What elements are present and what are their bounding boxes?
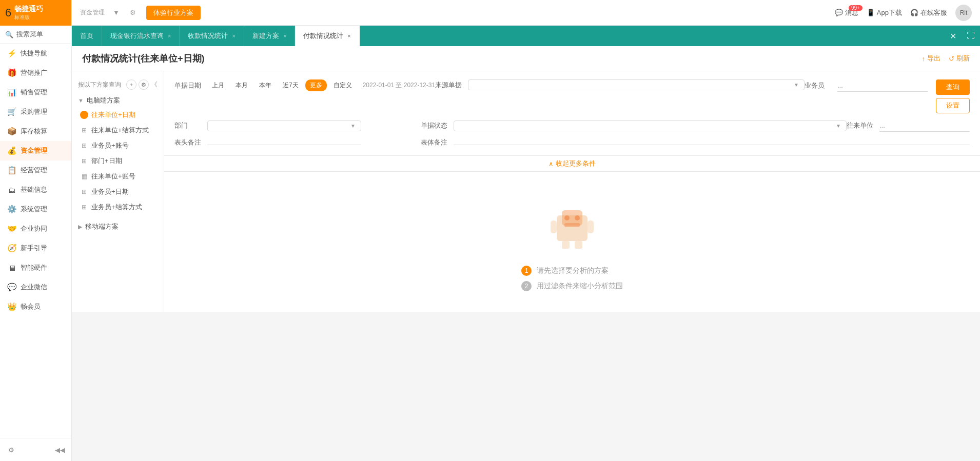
collapse-scheme-panel-btn[interactable]: 《 — [151, 80, 158, 89]
tab-home[interactable]: 首页 — [72, 26, 102, 46]
collapse-filters-btn[interactable]: ∧ 收起更多条件 — [540, 156, 604, 171]
mobile-category-arrow-icon: ▶ — [78, 224, 82, 230]
sidebar-nav: ⚡ 快捷导航 🎁 营销推广 📊 销售管理 🛒 采购管理 📦 库存核算 💰 资金管… — [0, 44, 71, 438]
sidebar-item-basic-info[interactable]: 🗂 基础信息 — [0, 180, 71, 199]
date-btn-more[interactable]: 更多 — [305, 79, 327, 91]
salesperson-settlement-icon: ⊞ — [80, 203, 88, 211]
topbar-gear-icon[interactable]: ⚙ — [130, 9, 136, 16]
salesperson-filter: 业务员 ... — [805, 79, 928, 92]
messages-badge: 99+ — [849, 5, 863, 11]
tab-new-plan[interactable]: 新建方案 × — [244, 26, 295, 46]
tab-close-receipts-stat[interactable]: × — [232, 33, 235, 39]
export-btn[interactable]: ↑ 导出 — [922, 54, 941, 63]
scheme-panel-actions: + ⚙ 《 — [126, 79, 158, 90]
date-btn-7days[interactable]: 近7天 — [278, 79, 303, 91]
counterpart-placeholder: ... — [879, 122, 885, 129]
guide-icon: 🧭 — [7, 244, 16, 253]
scheme-item-salesperson-account[interactable]: ⊞ 业务员+账号 — [74, 138, 162, 153]
refresh-btn[interactable]: ↺ 刷新 — [949, 54, 970, 63]
tab-close-new-plan[interactable]: × — [283, 33, 286, 39]
counterpart-input[interactable]: ... — [879, 119, 970, 132]
scheme-settings-btn[interactable]: ⚙ — [139, 79, 149, 90]
header-note-input[interactable] — [207, 141, 361, 145]
tab-close-bank-flow[interactable]: × — [168, 33, 171, 39]
capital-icon: 💰 — [7, 146, 16, 155]
settings-icon[interactable]: ⚙ — [4, 443, 18, 457]
sidebar-item-marketing[interactable]: 🎁 营销推广 — [0, 63, 71, 83]
sidebar-item-quick-nav[interactable]: ⚡ 快捷导航 — [0, 44, 71, 63]
date-range-display: 2022-01-01 至 2022-12-31 — [363, 81, 435, 90]
tab-close-all-btn[interactable]: ✕ — [945, 26, 962, 46]
tab-payment-stat[interactable]: 付款情况统计 × — [295, 26, 359, 46]
doc-status-filter: 单据状态 ▼ — [421, 121, 847, 131]
counterpart-filter: 往来单位 ... — [847, 119, 970, 132]
service-btn[interactable]: 🎧 在线客服 — [910, 8, 947, 17]
export-icon: ↑ — [922, 55, 926, 63]
scheme-panel-header: 按以下方案查询 + ⚙ 《 — [72, 76, 164, 93]
tab-close-payment-stat[interactable]: × — [347, 33, 350, 39]
right-panel: 单据日期 上月 本月 本年 近7天 更多 自定义 2022-01-01 至 20… — [164, 71, 980, 312]
header-note-label: 表头备注 — [174, 138, 203, 147]
sidebar-item-sales[interactable]: 📊 销售管理 — [0, 83, 71, 102]
scheme-item-salesperson-settlement[interactable]: ⊞ 业务员+结算方式 — [74, 199, 162, 215]
sidebar-item-sys-mgmt[interactable]: ⚙️ 系统管理 — [0, 199, 71, 219]
doc-status-arrow-icon: ▼ — [836, 123, 841, 129]
collapse-icon: ∧ — [548, 160, 554, 168]
svg-rect-8 — [575, 241, 582, 249]
scheme-panel: 按以下方案查询 + ⚙ 《 ▼ 电脑端方案 ● 往来单位+日期 — [72, 71, 164, 312]
svg-rect-5 — [551, 221, 557, 233]
topbar-breadcrumb: 资金管理 — [80, 8, 105, 17]
body-note-input[interactable] — [454, 141, 970, 145]
scheme-item-salesperson-date[interactable]: ⊞ 业务员+日期 — [74, 184, 162, 199]
quick-nav-icon: ⚡ — [7, 49, 16, 58]
body-note-label: 表体备注 — [421, 138, 449, 147]
trial-button[interactable]: 体验行业方案 — [146, 6, 201, 20]
mobile-scheme-category[interactable]: ▶ 移动端方案 — [72, 219, 164, 233]
messages-btn[interactable]: 💬 消息 99+ — [835, 8, 858, 17]
source-select-arrow-icon: ▼ — [794, 82, 799, 88]
marketing-icon: 🎁 — [7, 68, 16, 77]
sidebar: 6 畅捷通巧 标准版 🔍 搜索菜单 ⚡ 快捷导航 🎁 营销推广 📊 销售管理 🛒… — [0, 0, 72, 461]
refresh-icon: ↺ — [949, 55, 954, 63]
set-button[interactable]: 设置 — [936, 98, 970, 113]
sidebar-item-capital[interactable]: 💰 资金管理 — [0, 141, 71, 161]
svg-rect-7 — [562, 241, 570, 249]
salesperson-input[interactable]: ... — [837, 79, 928, 92]
scheme-item-counterpart-settlement[interactable]: ⊞ 往来单位+结算方式 — [74, 123, 162, 138]
counterpart-settlement-icon: ⊞ — [80, 126, 88, 134]
scheme-list: ● 往来单位+日期 ⊞ 往来单位+结算方式 ⊞ 业务员+账号 ⊞ 部门+日期 — [72, 107, 164, 215]
scheme-item-counterpart-date[interactable]: ● 往来单位+日期 — [74, 107, 162, 123]
tab-receipts-stat[interactable]: 收款情况统计 × — [180, 26, 244, 46]
avatar[interactable]: Rit — [955, 5, 972, 21]
date-btn-last-month[interactable]: 上月 — [207, 79, 229, 91]
query-button[interactable]: 查询 — [936, 79, 970, 95]
sidebar-item-operations[interactable]: 📋 经营管理 — [0, 161, 71, 180]
date-btn-this-month[interactable]: 本月 — [231, 79, 252, 91]
doc-status-select[interactable]: ▼ — [454, 121, 847, 131]
filter-area: 单据日期 上月 本月 本年 近7天 更多 自定义 2022-01-01 至 20… — [164, 71, 980, 156]
date-btn-this-year[interactable]: 本年 — [254, 79, 276, 91]
sidebar-item-inventory[interactable]: 📦 库存核算 — [0, 122, 71, 141]
tab-expand-btn[interactable]: ⛶ — [962, 26, 980, 46]
add-scheme-btn[interactable]: + — [126, 79, 136, 90]
sidebar-item-wechat[interactable]: 💬 企业微信 — [0, 277, 71, 297]
sidebar-item-guide[interactable]: 🧭 新手引导 — [0, 238, 71, 258]
tab-bank-flow[interactable]: 现金银行流水查询 × — [102, 26, 180, 46]
sidebar-item-enterprise[interactable]: 🤝 企业协同 — [0, 219, 71, 238]
basic-info-icon: 🗂 — [7, 185, 16, 194]
single-date-label: 单据日期 — [174, 81, 203, 90]
dept-select[interactable]: ▼ — [207, 121, 361, 131]
scheme-item-dept-date[interactable]: ⊞ 部门+日期 — [74, 153, 162, 169]
source-filter: 来源单据 ▼ — [435, 79, 805, 90]
date-btn-custom[interactable]: 自定义 — [329, 79, 357, 91]
sidebar-item-hardware[interactable]: 🖥 智能硬件 — [0, 258, 71, 277]
pc-scheme-category[interactable]: ▼ 电脑端方案 — [72, 93, 164, 107]
collapse-icon[interactable]: ◀◀ — [53, 443, 67, 457]
sidebar-item-member[interactable]: 👑 畅会员 — [0, 297, 71, 316]
source-select[interactable]: ▼ — [468, 79, 805, 90]
scheme-item-counterpart-account[interactable]: ▦ 往来单位+账号 — [74, 169, 162, 184]
salesperson-placeholder: ... — [837, 82, 843, 89]
sidebar-item-purchase[interactable]: 🛒 采购管理 — [0, 102, 71, 122]
app-download-btn[interactable]: 📱 App下载 — [867, 8, 902, 17]
search-menu[interactable]: 🔍 搜索菜单 — [0, 26, 71, 44]
